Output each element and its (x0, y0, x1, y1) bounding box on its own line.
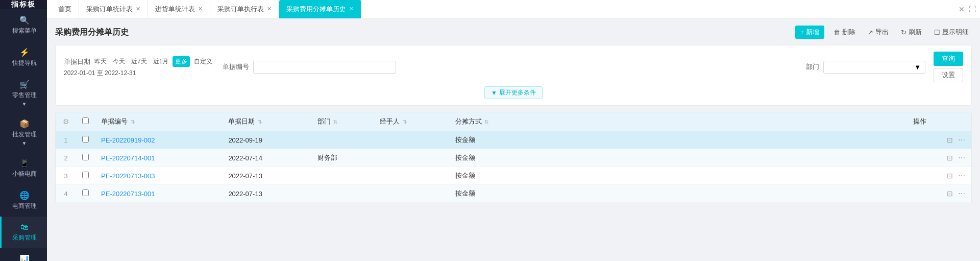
dept-label: 部门 (806, 62, 819, 72)
7days-btn[interactable]: 近7天 (129, 56, 149, 67)
today-btn[interactable]: 今天 (111, 56, 127, 67)
col-date-header[interactable]: 单据日期 ⇅ (222, 112, 311, 131)
edit-icon[interactable]: ⊡ (947, 189, 953, 198)
edit-icon[interactable]: ⊡ (947, 136, 953, 144)
maximize-window-btn[interactable]: ⛶ (969, 5, 976, 13)
refresh-button[interactable]: ↻ 刷新 (898, 26, 925, 39)
delete-button[interactable]: 🗑 删除 (830, 26, 859, 39)
row-num: 1 (56, 131, 76, 149)
edit-icon[interactable]: ⊡ (947, 154, 953, 162)
doc-no-cell[interactable]: PE-20220919-002 (95, 131, 222, 149)
row-select-checkbox[interactable] (82, 136, 89, 143)
phone-icon: 📱 (19, 158, 30, 168)
col-dept-header[interactable]: 部门 ⇅ (311, 112, 374, 131)
export-icon: ↗ (868, 29, 873, 36)
col-checkbox-header[interactable] (76, 112, 95, 131)
op-btns-cell: ⊡ ⋯ (907, 167, 971, 185)
tab-inbound-stat[interactable]: 进货单统计表 ✕ (148, 0, 210, 18)
expand-more-btn[interactable]: ▼ 展开更多条件 (484, 86, 543, 99)
doc-date-cell: 2022-07-14 (222, 149, 311, 167)
edit-icon[interactable]: ⊡ (947, 172, 953, 180)
export-button[interactable]: ↗ 导出 (865, 26, 892, 39)
more-op-icon[interactable]: ⋯ (958, 136, 965, 144)
custom-btn[interactable]: 自定义 (192, 56, 214, 67)
more-btn[interactable]: 更多 (173, 56, 190, 67)
col-op-header: 操作 (907, 112, 971, 131)
chevron-down-icon: ▼ (914, 63, 921, 71)
tab-bar: 首页 采购订单统计表 ✕ 进货单统计表 ✕ 采购订单执行表 ✕ 采购费用分摊单历… (47, 0, 980, 18)
docnum-label: 单据编号 (223, 62, 249, 72)
sidebar-item-ecommerce[interactable]: 🌐 电商管理 (0, 184, 47, 217)
doc-no-cell[interactable]: PE-20220713-003 (95, 167, 222, 185)
tab-purchase-stat-label: 采购订单统计表 (86, 5, 133, 14)
table-header-row: ⚙ 单据编号 ⇅ 单据日期 ⇅ (56, 112, 971, 131)
doc-no-link[interactable]: PE-20220714-001 (101, 154, 155, 162)
handler-cell (374, 131, 449, 149)
filter-row: 单据日期 昨天 今天 近7天 近1月 更多 自定义 2022-01-01 至 2… (64, 52, 963, 82)
doc-no-link[interactable]: PE-20220919-002 (101, 136, 155, 144)
more-op-icon[interactable]: ⋯ (958, 189, 965, 198)
col-handler-header[interactable]: 经手人 ⇅ (374, 112, 449, 131)
dept-select[interactable]: ▼ (823, 61, 925, 74)
dept-cell (311, 185, 374, 203)
more-op-icon[interactable]: ⋯ (958, 172, 965, 180)
doc-date-cell: 2022-07-13 (222, 185, 311, 203)
row-checkbox[interactable] (76, 149, 95, 167)
settings-button[interactable]: 设置 (934, 68, 963, 82)
tab-close-icon[interactable]: ✕ (349, 6, 354, 12)
table-row: 4 PE-20220713-001 2022-07-13 按金额 ⊡ ⋯ (56, 185, 971, 203)
tab-close-icon[interactable]: ✕ (198, 6, 203, 12)
sidebar-item-purchase[interactable]: 🛍 采购管理 (0, 217, 47, 248)
table-row: 3 PE-20220713-003 2022-07-13 按金额 ⊡ ⋯ (56, 167, 971, 185)
tab-home[interactable]: 首页 (51, 0, 79, 18)
globe-icon: 🌐 (19, 191, 30, 200)
row-checkbox[interactable] (76, 131, 95, 149)
doc-no-cell[interactable]: PE-20220714-001 (95, 149, 222, 167)
dept-filter-group: 部门 ▼ (806, 61, 925, 74)
more-op-icon[interactable]: ⋯ (958, 154, 965, 162)
dept-cell (311, 131, 374, 149)
yesterday-btn[interactable]: 昨天 (92, 56, 109, 67)
sidebar-item-label: 快捷导航 (12, 59, 37, 67)
col-method-header[interactable]: 分摊方式 ⇅ (449, 112, 907, 131)
tab-close-icon[interactable]: ✕ (267, 6, 272, 12)
col-docno-header[interactable]: 单据编号 ⇅ (95, 112, 222, 131)
cart-icon: 🛒 (19, 80, 30, 89)
add-button[interactable]: + 新增 (795, 26, 824, 39)
op-btns-cell: ⊡ ⋯ (907, 131, 971, 149)
row-select-checkbox[interactable] (82, 154, 89, 160)
row-select-checkbox[interactable] (82, 172, 89, 178)
docnum-filter-group: 单据编号 (223, 61, 798, 74)
sidebar-item-label: 零售管理 (12, 91, 37, 100)
show-cols-button[interactable]: ☐ 显示明细 (931, 26, 972, 39)
split-method-cell: 按金额 (449, 131, 907, 149)
tab-close-icon[interactable]: ✕ (136, 6, 140, 12)
doc-no-link[interactable]: PE-20220713-001 (101, 190, 155, 198)
tab-purchase-exec-label: 采购订单执行表 (217, 5, 264, 14)
sidebar-item-quick[interactable]: ⚡ 快捷导航 (0, 41, 47, 74)
sidebar-item-retail[interactable]: 🛒 零售管理 ▼ (0, 74, 47, 113)
doc-no-link[interactable]: PE-20220713-003 (101, 172, 155, 180)
search-icon: 🔍 (19, 15, 30, 25)
sidebar-item-mini[interactable]: 📱 小畅电商 (0, 152, 47, 184)
close-window-btn[interactable]: ✕ (959, 5, 965, 13)
docnum-input[interactable] (253, 61, 396, 74)
sidebar-item-search[interactable]: 🔍 搜索菜单 (0, 9, 47, 41)
col-settings-header[interactable]: ⚙ (56, 112, 76, 131)
row-checkbox[interactable] (76, 167, 95, 185)
tab-purchase-fee[interactable]: 采购费用分摊单历史 ✕ (279, 0, 361, 18)
1month-btn[interactable]: 近1月 (151, 56, 171, 67)
sort-icon: ⇅ (131, 119, 135, 125)
sidebar-item-inventory[interactable]: 📊 库存核算 (0, 248, 47, 261)
row-select-checkbox[interactable] (82, 189, 89, 196)
sidebar-item-wholesale[interactable]: 📦 批发管理 ▼ (0, 113, 47, 152)
table-row: 2 PE-20220714-001 2022-07-14 财务部 按金额 ⊡ ⋯ (56, 149, 971, 167)
doc-no-cell[interactable]: PE-20220713-001 (95, 185, 222, 203)
row-checkbox[interactable] (76, 185, 95, 203)
tab-purchase-exec[interactable]: 采购订单执行表 ✕ (210, 0, 279, 18)
box-icon: 📦 (19, 119, 30, 129)
search-button[interactable]: 查询 (934, 52, 963, 66)
page-content: 采购费用分摊单历史 + 新增 🗑 删除 ↗ 导出 ↻ 刷新 ☐ 显示明细 (47, 18, 980, 261)
tab-purchase-stat[interactable]: 采购订单统计表 ✕ (79, 0, 148, 18)
select-all-checkbox[interactable] (82, 117, 89, 124)
